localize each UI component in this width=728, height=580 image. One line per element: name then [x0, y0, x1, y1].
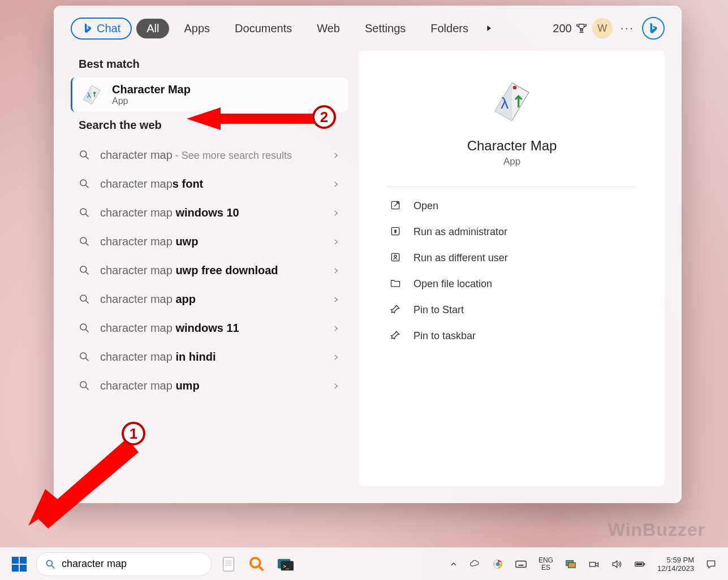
tab-settings[interactable]: Settings [355, 19, 416, 38]
bing-button[interactable] [642, 17, 665, 40]
taskbar-app-terminal[interactable]: >_ [274, 553, 296, 575]
rewards-points: 200 [553, 22, 571, 35]
preview-subtitle: App [503, 156, 520, 167]
web-result-text: character map uwp free download [100, 264, 323, 277]
chat-tab-label: Chat [97, 22, 120, 35]
web-result-item[interactable]: character map ump [71, 371, 348, 400]
tray-notifications-icon[interactable] [702, 553, 720, 575]
preview-action-item[interactable]: Run as administrator [387, 219, 636, 245]
tray-clock[interactable]: 5:59 PM 12/14/2023 [654, 553, 697, 575]
chevron-right-icon [332, 324, 340, 332]
svg-point-5 [80, 179, 87, 185]
taskbar-app-everything[interactable] [245, 553, 268, 575]
svg-point-15 [80, 323, 87, 330]
taskbar-search-input[interactable] [62, 558, 203, 570]
tab-folders[interactable]: Folders [420, 19, 479, 38]
action-icon [390, 200, 402, 212]
search-icon [79, 380, 91, 392]
rewards-chip[interactable]: 200 [553, 22, 587, 35]
best-match-item[interactable]: λ Character Map App [71, 77, 348, 112]
tray-battery-icon[interactable] [630, 553, 649, 575]
search-icon [79, 236, 91, 248]
svg-line-20 [86, 387, 89, 389]
search-icon [79, 351, 91, 363]
preview-action-item[interactable]: Pin to Start [387, 297, 636, 323]
web-result-text: character map uwp [100, 235, 323, 248]
svg-point-3 [80, 150, 87, 157]
web-result-item[interactable]: character map uwp [71, 227, 348, 256]
svg-text:λ: λ [501, 94, 509, 112]
preview-action-item[interactable]: Open [387, 193, 636, 219]
best-match-title: Character Map [112, 83, 191, 96]
menu-ellipsis[interactable]: ··· [617, 21, 637, 36]
svg-point-7 [80, 208, 87, 214]
start-button[interactable] [8, 553, 31, 575]
action-label: Run as administrator [413, 226, 507, 238]
web-result-item[interactable]: character map - See more search results [71, 141, 348, 170]
svg-line-12 [86, 271, 89, 274]
tab-all[interactable]: All [136, 19, 169, 38]
web-result-item[interactable]: character map windows 10 [71, 198, 348, 227]
tab-web[interactable]: Web [307, 19, 350, 38]
preview-action-item[interactable]: Pin to taskbar [387, 323, 636, 349]
tab-documents[interactable]: Documents [225, 19, 302, 38]
web-result-text: character map in hindi [100, 350, 323, 363]
chevron-right-icon [332, 180, 340, 188]
chevron-right-icon [332, 382, 340, 390]
taskbar-app-notepad[interactable] [217, 553, 240, 575]
svg-point-13 [80, 295, 87, 301]
chevron-right-icon [332, 267, 340, 275]
tray-overflow[interactable] [446, 553, 462, 575]
action-icon [390, 252, 402, 264]
web-result-item[interactable]: character map in hindi [71, 343, 348, 371]
svg-line-38 [52, 565, 55, 568]
more-tabs-button[interactable] [483, 23, 494, 34]
bing-icon [82, 23, 93, 34]
trophy-icon [575, 22, 588, 34]
web-result-item[interactable]: character maps font [71, 170, 348, 198]
svg-line-16 [86, 329, 89, 332]
svg-text:λ: λ [87, 91, 91, 99]
system-tray: ENG ES 5:59 PM 12/14/2023 [446, 553, 720, 575]
action-icon [390, 330, 402, 342]
search-web-header: Search the web [71, 112, 348, 138]
svg-rect-35 [12, 564, 19, 571]
chevron-right-icon [332, 238, 340, 246]
action-label: Pin to taskbar [413, 330, 476, 342]
chat-tab[interactable]: Chat [71, 18, 132, 40]
tray-volume-icon[interactable] [608, 553, 626, 575]
svg-point-37 [46, 560, 52, 566]
preview-action-item[interactable]: Open file location [387, 271, 636, 297]
tray-keyboard-icon[interactable] [511, 553, 531, 575]
preview-action-item[interactable]: Run as different user [387, 245, 636, 271]
search-tabs-row: Chat All Apps Documents Web Settings Fol… [54, 6, 682, 51]
svg-rect-36 [20, 564, 27, 571]
svg-point-43 [251, 557, 260, 567]
search-icon [79, 149, 91, 162]
svg-rect-60 [644, 563, 645, 565]
svg-rect-33 [12, 556, 19, 563]
best-match-header: Best match [71, 51, 348, 77]
web-result-item[interactable]: character map app [71, 285, 348, 314]
tab-apps[interactable]: Apps [174, 19, 220, 38]
action-icon [390, 226, 402, 238]
tray-display-icon[interactable] [561, 553, 580, 575]
web-result-item[interactable]: character map windows 11 [71, 314, 348, 343]
best-match-subtitle: App [112, 96, 191, 106]
preview-actions: OpenRun as administratorRun as different… [387, 193, 636, 349]
taskbar-search[interactable] [36, 552, 212, 576]
tray-chrome-icon[interactable] [489, 553, 507, 575]
svg-line-6 [86, 185, 89, 188]
chevron-right-icon [332, 353, 340, 361]
svg-point-9 [80, 237, 87, 243]
charmap-icon: λ [80, 84, 103, 106]
user-avatar[interactable]: W [592, 18, 613, 38]
tray-language[interactable]: ENG ES [535, 553, 557, 575]
action-label: Open [413, 200, 438, 212]
svg-rect-57 [568, 562, 575, 568]
web-result-item[interactable]: character map uwp free download [71, 256, 348, 285]
results-column: Best match λ Character Map App Search th… [71, 51, 348, 486]
web-result-text: character map windows 10 [100, 206, 323, 219]
tray-onedrive-icon[interactable] [466, 553, 484, 575]
tray-network-icon[interactable] [585, 553, 603, 575]
